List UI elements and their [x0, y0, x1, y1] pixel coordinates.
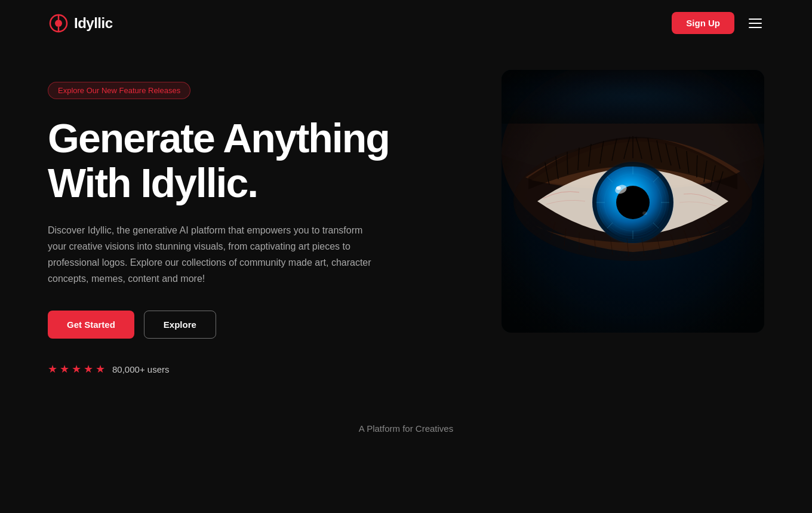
- menu-line-1: [749, 19, 762, 20]
- hero-buttons: Get Started Explore: [48, 311, 442, 339]
- hero-title-line2: With Idyllic.: [48, 160, 257, 205]
- hero-title-line1: Generate Anything: [48, 115, 389, 161]
- logo-text: Idyllic: [74, 15, 113, 32]
- get-started-button[interactable]: Get Started: [48, 311, 134, 339]
- star-5: ★: [96, 363, 105, 376]
- svg-rect-29: [502, 70, 764, 333]
- logo[interactable]: Idyllic: [48, 13, 113, 34]
- svg-point-1: [55, 20, 62, 27]
- explore-button[interactable]: Explore: [144, 311, 216, 339]
- eye-artwork: [502, 70, 764, 333]
- bottom-label: A Platform for Creatives: [0, 411, 812, 452]
- hero-content: Explore Our New Feature Releases Generat…: [48, 70, 442, 376]
- hero-image: [502, 70, 764, 333]
- menu-line-2: [749, 23, 762, 24]
- hero-description: Discover Idyllic, the generative AI plat…: [48, 222, 382, 287]
- star-4: ★: [84, 363, 93, 376]
- platform-text: A Platform for Creatives: [359, 423, 453, 434]
- hero-title: Generate Anything With Idyllic.: [48, 116, 442, 205]
- hero-section: Explore Our New Feature Releases Generat…: [0, 46, 812, 452]
- user-count: 80,000+ users: [112, 364, 170, 374]
- star-rating: ★ ★ ★ ★ ★: [48, 363, 105, 376]
- eye-artwork-container: [502, 70, 764, 333]
- menu-icon[interactable]: [746, 16, 764, 30]
- star-2: ★: [60, 363, 69, 376]
- feature-badge[interactable]: Explore Our New Feature Releases: [48, 82, 190, 99]
- star-3: ★: [72, 363, 81, 376]
- eye-svg: [502, 70, 764, 333]
- star-1: ★: [48, 363, 57, 376]
- nav-actions: Sign Up: [672, 12, 764, 34]
- menu-line-3: [749, 27, 762, 28]
- navbar: Idyllic Sign Up: [0, 0, 812, 46]
- sign-up-button[interactable]: Sign Up: [672, 12, 734, 34]
- logo-icon: [48, 13, 69, 34]
- social-proof: ★ ★ ★ ★ ★ 80,000+ users: [48, 363, 442, 376]
